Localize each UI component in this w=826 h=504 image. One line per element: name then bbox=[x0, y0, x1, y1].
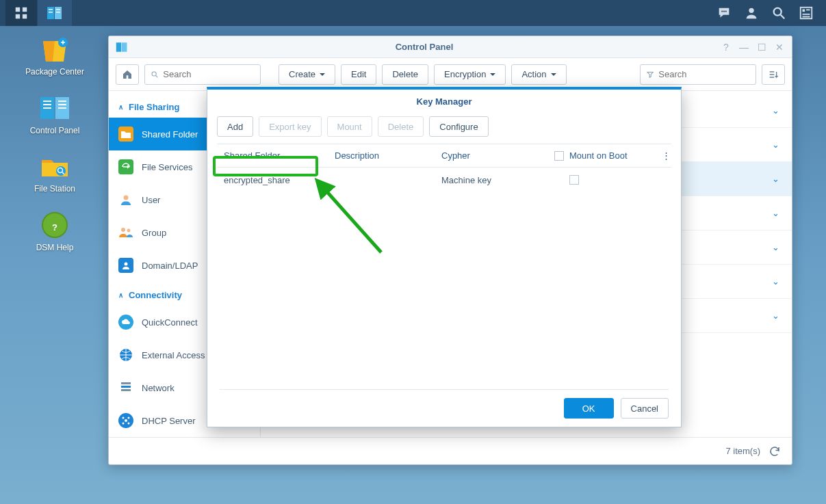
svg-rect-47 bbox=[121, 389, 131, 391]
svg-rect-24 bbox=[43, 101, 51, 102]
sidebar-search-input[interactable] bbox=[163, 69, 255, 79]
group-icon bbox=[118, 225, 133, 240]
toolbar: Create Edit Delete Encryption Action bbox=[109, 58, 792, 91]
svg-point-40 bbox=[124, 196, 129, 200]
svg-line-15 bbox=[781, 15, 785, 19]
home-icon bbox=[122, 69, 133, 80]
svg-rect-7 bbox=[49, 12, 53, 13]
mount-button[interactable]: Mount bbox=[327, 116, 372, 137]
chat-icon[interactable] bbox=[717, 5, 732, 21]
desktop-label: Package Center bbox=[17, 67, 92, 78]
sidebar-item-label: File Services bbox=[142, 162, 192, 172]
sort-button[interactable] bbox=[762, 64, 785, 85]
window-title: Control Panel bbox=[128, 42, 721, 52]
control-panel-window: Control Panel ? — ☐ ✕ Create Edit Delete… bbox=[108, 36, 792, 465]
window-footer: 7 item(s) bbox=[109, 437, 792, 464]
chevron-down-icon: ⌄ bbox=[772, 276, 779, 287]
cloud-icon bbox=[118, 315, 133, 330]
col-description[interactable]: Description bbox=[328, 150, 435, 161]
globe-icon bbox=[118, 347, 133, 362]
cell-mount-on-boot bbox=[547, 175, 655, 185]
delete-button[interactable]: Delete bbox=[378, 116, 424, 137]
desktop-icon-package-center[interactable]: Package Center bbox=[17, 34, 92, 78]
home-button[interactable] bbox=[116, 64, 139, 85]
svg-rect-28 bbox=[58, 104, 66, 105]
minimize-button[interactable]: — bbox=[738, 42, 749, 53]
close-button[interactable]: ✕ bbox=[774, 42, 785, 53]
search-icon[interactable] bbox=[771, 5, 786, 21]
chevron-down-icon: ⌄ bbox=[772, 310, 779, 321]
svg-point-14 bbox=[774, 8, 782, 16]
svg-rect-2 bbox=[16, 14, 20, 18]
list-search-input[interactable] bbox=[658, 69, 750, 79]
sidebar-item-label: Shared Folder bbox=[142, 129, 198, 140]
reload-icon[interactable] bbox=[769, 445, 781, 457]
edit-button[interactable]: Edit bbox=[341, 64, 376, 85]
maximize-button[interactable]: ☐ bbox=[756, 42, 767, 53]
add-button[interactable]: Add bbox=[217, 116, 253, 137]
list-search[interactable] bbox=[640, 64, 756, 85]
svg-rect-9 bbox=[56, 12, 60, 13]
shared-folder-icon bbox=[118, 127, 133, 142]
column-menu[interactable]: ⋮ bbox=[655, 150, 671, 161]
dialog-toolbar: Add Export key Mount Delete Configure bbox=[207, 112, 681, 144]
svg-point-12 bbox=[725, 11, 727, 12]
key-table: Shared Folder Description Cypher Mount o… bbox=[217, 144, 671, 389]
checkbox[interactable] bbox=[569, 175, 579, 185]
col-cypher[interactable]: Cypher bbox=[435, 150, 547, 161]
widgets-icon[interactable] bbox=[799, 5, 814, 21]
sidebar-search[interactable] bbox=[144, 64, 261, 85]
svg-rect-5 bbox=[55, 7, 62, 19]
chevron-up-icon: ∧ bbox=[118, 103, 123, 111]
cancel-button[interactable]: Cancel bbox=[621, 398, 669, 419]
svg-point-13 bbox=[749, 8, 753, 13]
ok-button[interactable]: OK bbox=[564, 398, 614, 419]
svg-point-50 bbox=[128, 417, 130, 419]
control-panel-icon bbox=[36, 93, 74, 123]
svg-rect-17 bbox=[803, 10, 805, 12]
svg-rect-29 bbox=[58, 107, 66, 109]
search-icon bbox=[151, 70, 159, 79]
sort-icon bbox=[768, 69, 779, 80]
svg-point-43 bbox=[125, 263, 128, 266]
action-button[interactable]: Action bbox=[511, 64, 566, 85]
desktop: Package Center Control Panel File Statio… bbox=[0, 34, 109, 268]
configure-button[interactable]: Configure bbox=[429, 116, 488, 137]
svg-point-41 bbox=[121, 228, 125, 232]
export-key-button[interactable]: Export key bbox=[259, 116, 321, 137]
svg-point-51 bbox=[122, 423, 125, 425]
cell-shared-folder: encrypted_share bbox=[217, 175, 328, 185]
user-icon[interactable] bbox=[744, 5, 759, 21]
svg-rect-46 bbox=[121, 386, 131, 388]
taskbar-app-control-panel[interactable] bbox=[38, 0, 72, 26]
svg-point-49 bbox=[122, 417, 125, 419]
svg-line-39 bbox=[156, 75, 158, 77]
svg-point-10 bbox=[721, 11, 723, 12]
svg-rect-37 bbox=[122, 42, 127, 52]
sidebar-item-label: QuickConnect bbox=[142, 317, 198, 328]
main-menu-button[interactable] bbox=[5, 0, 37, 26]
help-button[interactable]: ? bbox=[721, 42, 732, 53]
svg-point-52 bbox=[128, 423, 130, 425]
delete-button[interactable]: Delete bbox=[382, 64, 428, 85]
col-mount-on-boot[interactable]: Mount on Boot bbox=[547, 150, 655, 161]
create-button[interactable]: Create bbox=[279, 64, 335, 85]
svg-rect-3 bbox=[23, 14, 27, 18]
svg-text:?: ? bbox=[52, 222, 57, 233]
col-shared-folder[interactable]: Shared Folder bbox=[217, 150, 328, 161]
desktop-label: Control Panel bbox=[17, 126, 92, 137]
control-panel-app-icon bbox=[116, 41, 128, 53]
chevron-down-icon: ⌄ bbox=[772, 208, 779, 218]
table-row[interactable]: encrypted_share Machine key bbox=[217, 168, 671, 192]
checkbox[interactable] bbox=[554, 151, 564, 161]
svg-rect-4 bbox=[47, 7, 54, 19]
svg-point-48 bbox=[125, 419, 127, 422]
table-header: Shared Folder Description Cypher Mount o… bbox=[217, 144, 671, 168]
svg-point-42 bbox=[127, 229, 131, 233]
dialog-title: Key Manager bbox=[207, 90, 681, 112]
desktop-icon-control-panel[interactable]: Control Panel bbox=[17, 93, 92, 137]
taskbar bbox=[0, 0, 826, 26]
desktop-icon-file-station[interactable]: File Station bbox=[17, 151, 92, 195]
desktop-icon-dsm-help[interactable]: ? DSM Help bbox=[17, 210, 92, 254]
encryption-button[interactable]: Encryption bbox=[434, 64, 506, 85]
